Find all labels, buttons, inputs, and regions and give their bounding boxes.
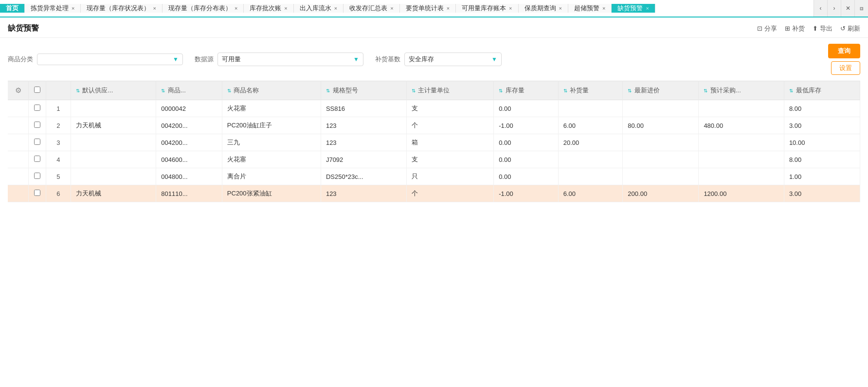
row-checkbox-cell[interactable] <box>29 134 46 151</box>
tab-close-all-btn[interactable]: ✕ <box>841 0 854 17</box>
row-supplier <box>71 100 156 117</box>
th-gear[interactable]: ⚙ <box>8 81 29 100</box>
tab-close-overstock[interactable]: × <box>602 5 605 11</box>
table-row: 6 力天机械 801110... PC200张紧油缸 123 个 -1.00 6… <box>8 185 860 202</box>
select-all-checkbox[interactable] <box>34 87 40 93</box>
th-stock[interactable]: ⇅ 库存量 <box>494 81 559 100</box>
datasource-filter-group: 数据源 可用量 ▼ <box>195 53 363 66</box>
category-label: 商品分类 <box>8 55 33 64</box>
tab-next-btn[interactable]: › <box>827 0 841 17</box>
row-goods-code: 004600... <box>156 151 222 168</box>
settings-button[interactable]: 设置 <box>831 61 860 75</box>
th-min-stock[interactable]: ⇅ 最低库存 <box>784 81 860 100</box>
sort-goods-name-icon: ⇅ <box>227 88 231 93</box>
tab-order-stats[interactable]: 要货单统计表× <box>400 4 456 13</box>
row-latest-price <box>623 151 699 168</box>
row-supplier <box>71 151 156 168</box>
tab-inout-flow[interactable]: 出入库流水× <box>294 4 344 13</box>
tab-expiry[interactable]: 保质期查询× <box>519 4 568 13</box>
row-spec: SS816 <box>321 100 406 117</box>
tab-close-shortage[interactable]: × <box>646 5 649 11</box>
shortage-table: ⚙ ⇅ 默认供应... ⇅ 商品... ⇅ <box>8 81 860 202</box>
base-label: 补货基数 <box>375 55 400 64</box>
row-checkbox-cell[interactable] <box>29 168 46 185</box>
tab-close-recv-summary[interactable]: × <box>390 5 393 11</box>
tab-inventory-dist[interactable]: 现存量（库存分布表）× <box>163 4 244 13</box>
row-checkbox-1[interactable] <box>34 122 40 128</box>
tab-close-available[interactable]: × <box>509 5 512 11</box>
sort-supplier-icon: ⇅ <box>76 88 80 93</box>
table-row: 4 004600... 火花塞 J7092 支 0.00 8.00 <box>8 151 860 168</box>
row-checkbox-cell[interactable] <box>29 185 46 202</box>
th-est-purchase[interactable]: ⇅ 预计采购... <box>699 81 784 100</box>
tab-expand-btn[interactable]: ⧈ <box>854 0 868 17</box>
tab-batch[interactable]: 库存批次账× <box>244 4 293 13</box>
column-settings-icon[interactable]: ⚙ <box>13 85 23 96</box>
replenish-action[interactable]: ⊞ 补货 <box>785 24 805 33</box>
tab-close-inventory-dist[interactable]: × <box>235 5 237 11</box>
row-checkbox-2[interactable] <box>34 139 40 145</box>
row-spec: 123 <box>321 117 406 134</box>
tab-recv-summary[interactable]: 收发存汇总表× <box>344 4 399 13</box>
datasource-value: 可用量 <box>222 55 241 64</box>
export-action[interactable]: ⬆ 导出 <box>813 24 832 33</box>
base-select[interactable]: 安全库存 ▼ <box>404 53 502 66</box>
row-replenish <box>558 151 623 168</box>
row-checkbox-cell[interactable] <box>29 100 46 117</box>
row-checkbox-cell[interactable] <box>29 117 46 134</box>
tab-available[interactable]: 可用量库存账本× <box>456 4 518 13</box>
tab-close-expiry[interactable]: × <box>559 5 562 11</box>
tab-inventory-status[interactable]: 现存量（库存状况表）× <box>81 4 162 13</box>
row-latest-price: 80.00 <box>623 117 699 134</box>
row-stock: 0.00 <box>494 100 559 117</box>
tab-close-order-stats[interactable]: × <box>447 5 450 11</box>
tab-prev-btn[interactable]: ‹ <box>814 0 827 17</box>
th-goods-code[interactable]: ⇅ 商品... <box>156 81 222 100</box>
tab-close-batch[interactable]: × <box>284 5 287 11</box>
row-replenish <box>558 168 623 185</box>
row-supplier <box>71 168 156 185</box>
tab-close-exception[interactable]: × <box>72 5 74 11</box>
row-latest-price <box>623 100 699 117</box>
tab-close-inout-flow[interactable]: × <box>334 5 337 11</box>
row-goods-code: 004200... <box>156 117 222 134</box>
row-gear-cell <box>8 151 29 168</box>
th-supplier[interactable]: ⇅ 默认供应... <box>71 81 156 100</box>
row-goods-code: 0000042 <box>156 100 222 117</box>
th-latest-price[interactable]: ⇅ 最新进价 <box>623 81 699 100</box>
category-select[interactable]: ▼ <box>37 53 183 65</box>
query-button[interactable]: 查询 <box>828 44 860 58</box>
row-num-cell: 2 <box>46 117 71 134</box>
row-stock: -1.00 <box>494 185 559 202</box>
base-value: 安全库存 <box>409 55 434 64</box>
row-gear-cell <box>8 100 29 117</box>
row-goods-name: PC200张紧油缸 <box>222 185 321 202</box>
refresh-action[interactable]: ↺ 刷新 <box>840 24 860 33</box>
datasource-select[interactable]: 可用量 ▼ <box>217 53 363 66</box>
th-spec[interactable]: ⇅ 规格型号 <box>321 81 406 100</box>
share-action[interactable]: ⊡ 分享 <box>757 24 777 33</box>
refresh-label: 刷新 <box>848 24 860 33</box>
category-arrow-icon: ▼ <box>173 56 179 63</box>
sort-est-purchase-icon: ⇅ <box>704 88 707 93</box>
th-replenish[interactable]: ⇅ 补货量 <box>558 81 623 100</box>
tab-shortage[interactable]: 缺货预警× <box>612 4 655 13</box>
row-checkbox-4[interactable] <box>34 173 40 179</box>
tab-close-inventory-status[interactable]: × <box>153 5 156 11</box>
row-latest-price: 200.00 <box>623 185 699 202</box>
row-gear-cell <box>8 117 29 134</box>
row-checkbox-0[interactable] <box>34 105 40 111</box>
replenish-icon: ⊞ <box>785 25 790 32</box>
row-goods-code: 004200... <box>156 134 222 151</box>
tab-overstock[interactable]: 超储预警× <box>568 4 612 13</box>
row-checkbox-cell[interactable] <box>29 151 46 168</box>
row-checkbox-5[interactable] <box>34 190 40 196</box>
share-label: 分享 <box>764 24 777 33</box>
row-checkbox-3[interactable] <box>34 156 40 162</box>
tab-home[interactable]: 首页 <box>0 4 25 13</box>
th-goods-name[interactable]: ⇅ 商品名称 <box>222 81 321 100</box>
row-spec: DS250*23c... <box>321 168 406 185</box>
th-unit[interactable]: ⇅ 主计量单位 <box>406 81 493 100</box>
th-num <box>46 81 71 100</box>
tab-exception[interactable]: 拣货异常处理× <box>25 4 81 13</box>
